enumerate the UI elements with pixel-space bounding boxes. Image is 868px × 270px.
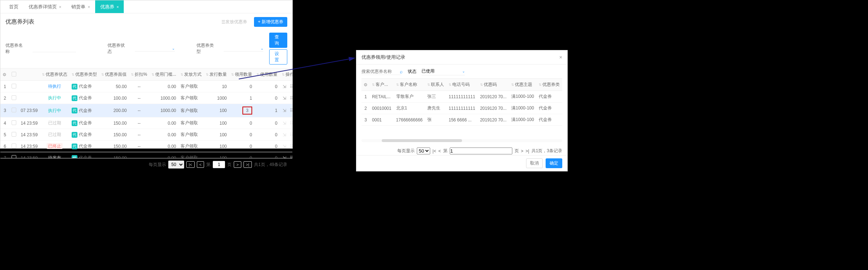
per-page-label: 每页显示 <box>397 148 415 154</box>
page-summary: 共1页，49条记录 <box>254 162 287 168</box>
qrcode-icon[interactable]: ⠿ <box>290 108 292 113</box>
export-icon[interactable]: ⇲ <box>283 108 286 113</box>
column-header[interactable]: ⇅领用数量 <box>229 68 254 81</box>
last-page-button[interactable]: >| <box>244 161 252 168</box>
table-row[interactable]: 2 执行中 代代金券 100.00 -- 1000.00 客户领取 1000 1… <box>0 92 292 104</box>
tab-sales-order[interactable]: 销货单× <box>66 0 95 13</box>
tab-coupon-detail[interactable]: 优惠券详情页× <box>24 0 66 13</box>
search-icon[interactable]: ⌕ <box>400 69 403 74</box>
qrcode-icon[interactable]: ⠿ <box>290 96 292 101</box>
search-input[interactable] <box>361 68 401 75</box>
coupon-name-input[interactable] <box>33 45 76 52</box>
horizontal-scrollbar[interactable] <box>361 139 562 142</box>
next-page-button[interactable]: > <box>521 149 524 154</box>
qrcode-icon[interactable]: ⠿ <box>290 155 292 158</box>
coupon-type-select[interactable]: ⌄ <box>224 46 263 51</box>
qrcode-icon[interactable]: ⠿ <box>290 121 292 126</box>
column-header[interactable]: ⇅客户... <box>370 79 394 91</box>
close-icon[interactable]: × <box>117 5 119 9</box>
column-header[interactable]: ⇅使用数量 <box>254 68 280 81</box>
row-checkbox[interactable] <box>12 84 16 88</box>
export-icon[interactable]: ⇲ <box>283 84 286 89</box>
close-icon[interactable]: × <box>59 5 61 9</box>
issue-coupon-button[interactable]: ☰ 发放优惠券 <box>217 17 251 27</box>
status-filter-select[interactable]: 已使用 ⌄ <box>422 67 465 75</box>
query-button[interactable]: 查询 <box>269 33 287 48</box>
prev-page-button[interactable]: < <box>197 161 204 168</box>
row-checkbox[interactable] <box>12 155 16 158</box>
cancel-button[interactable]: 取消 <box>526 158 543 168</box>
table-row[interactable]: 1 待执行 代代金券 50.00 -- 0.00 客户领取 10 0 0 ⇲⠿ <box>0 81 292 92</box>
gear-icon[interactable]: ⚙ <box>3 72 7 77</box>
table-row[interactable]: 4 14 23:59 已过期 代代金券 150.00 -- 0.00 客户领取 … <box>0 117 292 129</box>
row-checkbox[interactable] <box>12 95 16 100</box>
table-row[interactable]: 3000117666666666张156 6666 ...2019120 70.… <box>361 114 562 126</box>
usage-table: ⚙⇅客户...⇅客户名称⇅联系人⇅电话号码⇅优惠码⇅优惠主题⇅优惠券类 1RET… <box>361 78 562 126</box>
row-checkbox[interactable] <box>12 132 16 137</box>
column-header[interactable]: ⇅客户名称 <box>394 79 425 91</box>
gear-icon[interactable]: ⚙ <box>364 82 368 87</box>
first-page-button[interactable]: |< <box>432 149 436 154</box>
status-badge: 执行中 <box>48 95 61 100</box>
column-header[interactable]: ⇅优惠券状态 <box>40 68 69 81</box>
select-all-checkbox[interactable] <box>12 72 16 76</box>
column-header[interactable]: ⇅优惠码 <box>478 79 509 91</box>
export-icon: ⇲ <box>283 132 286 137</box>
prev-page-button[interactable]: < <box>438 149 441 154</box>
row-checkbox[interactable] <box>12 108 16 112</box>
tab-coupon[interactable]: 优惠券× <box>95 0 124 13</box>
first-page-button[interactable]: |< <box>186 161 195 168</box>
page-input[interactable] <box>450 148 512 154</box>
qrcode-icon[interactable]: ⠿ <box>290 84 292 89</box>
table-row[interactable]: 3 07 23:59 执行中 代代金券 200.00 -- 1000.00 客户… <box>0 104 292 117</box>
page-input[interactable] <box>213 161 225 168</box>
qrcode-icon[interactable]: ⠿ <box>290 132 292 137</box>
column-header[interactable]: ⇅优惠券类型 <box>69 68 99 81</box>
column-header[interactable]: ⇅优惠券类 <box>537 79 562 91</box>
table-row[interactable]: 1RETAIL...零散客户张三111111111112019120 70...… <box>361 91 562 103</box>
row-checkbox[interactable] <box>12 120 16 125</box>
column-header[interactable]: ⚙ <box>361 79 370 91</box>
column-header[interactable]: ⇅发放方式 <box>178 68 204 81</box>
status-filter-label: 状态 <box>408 68 416 75</box>
page-label-pre: 第 <box>443 148 448 154</box>
column-header[interactable]: ⇅使用门槛... <box>149 68 178 81</box>
column-header[interactable]: ⇅发行数量 <box>204 68 229 81</box>
close-icon[interactable]: × <box>559 54 562 60</box>
settings-button[interactable]: 设置 <box>269 49 287 65</box>
tab-label: 优惠券详情页 <box>29 4 57 10</box>
column-header[interactable]: ⇅操作 <box>280 68 292 81</box>
add-coupon-button[interactable]: + 新增优惠券 <box>254 17 287 27</box>
status-badge: 已终止 <box>47 143 63 149</box>
claimed-count-highlight[interactable]: 3 <box>242 107 252 115</box>
table-row[interactable]: 200010001北京1唐先生111111111112019120 70...满… <box>361 103 562 114</box>
per-page-select[interactable]: 50 <box>417 148 430 154</box>
table-row[interactable]: 7 14 23:59 待发布 代代金券 150.00 -- 0.00 客户领取 … <box>0 152 292 158</box>
last-page-button[interactable]: >| <box>526 149 529 154</box>
coupon-status-select[interactable]: ⌄ <box>135 46 175 51</box>
column-header[interactable]: ⇅电话号码 <box>446 79 478 91</box>
voucher-icon: 代 <box>72 120 77 126</box>
column-header[interactable]: ⇅优惠主题 <box>509 79 537 91</box>
table-row[interactable]: 6 14 23:59 已终止 代代金券 150.00 -- 0.00 客户领取 … <box>0 141 292 152</box>
per-page-select[interactable]: 50 <box>168 161 184 169</box>
column-header[interactable]: ⇅优惠券面值 <box>99 68 129 81</box>
column-header[interactable]: ⇅联系人 <box>425 79 446 91</box>
voucher-icon: 代 <box>72 84 77 90</box>
qrcode-icon[interactable]: ⠿ <box>290 144 292 149</box>
status-badge: 已过期 <box>48 120 61 125</box>
type-badge: 代代金券 <box>72 143 92 149</box>
export-icon[interactable]: ⇲ <box>283 96 286 101</box>
tab-home[interactable]: 首页 <box>4 0 24 13</box>
close-icon[interactable]: × <box>88 5 90 9</box>
tab-label: 首页 <box>9 4 18 10</box>
page-title: 优惠券列表 <box>5 18 34 26</box>
table-row[interactable]: 5 14 23:59 已过期 代代金券 150.00 -- 0.00 客户领取 … <box>0 129 292 141</box>
next-page-button[interactable]: > <box>234 161 241 168</box>
status-badge: 待发布 <box>48 155 61 158</box>
column-header[interactable]: ⇅折扣% <box>129 68 149 81</box>
chevron-down-icon: ⌄ <box>172 46 175 50</box>
pagination: 每页显示 50 |< < 第 页 > >| 共1页，49条记录 <box>0 158 292 171</box>
ok-button[interactable]: 确定 <box>546 158 562 168</box>
row-checkbox[interactable] <box>12 144 16 148</box>
